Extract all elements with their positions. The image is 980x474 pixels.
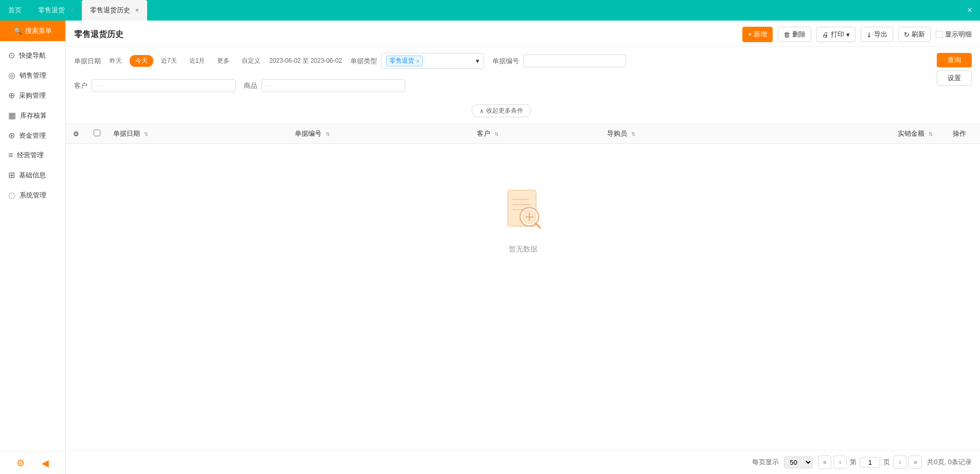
date-label: 单据日期: [74, 57, 101, 66]
sidebar-item-system-mgmt[interactable]: ◌ 系统管理: [0, 185, 65, 205]
doc-no-input[interactable]: [523, 54, 626, 67]
top-bar: 首页 零售退货 × 零售退货历史 × ×: [0, 0, 980, 21]
col-settings[interactable]: ⚙: [66, 124, 86, 144]
quick-nav-icon: ⊙: [8, 50, 15, 60]
window-close-button[interactable]: ×: [959, 0, 980, 21]
main-layout: 🔍 搜索菜单 ⊙ 快捷导航 ◎ 销售管理 ⊕ 采购管理 ▦ 库存核算 ⊛ 资金管: [0, 21, 980, 474]
print-chevron-icon: ▾: [846, 31, 850, 39]
query-button[interactable]: 查询: [937, 53, 972, 67]
doc-type-filter-item: 单据类型 零售退货 × ▾: [350, 53, 484, 69]
collapse-button[interactable]: ∧ 收起更多条件: [472, 104, 531, 117]
tab-retail-return[interactable]: 零售退货 ×: [30, 0, 82, 21]
sidebar-item-label: 销售管理: [20, 71, 46, 80]
purchase-mgmt-icon: ⊕: [8, 90, 15, 100]
col-doc-no[interactable]: 单据编号 ⇅: [289, 124, 470, 144]
filter-main: 单据日期 昨天 今天 近7天 近1月 更多 自定义 2023-06-02 至 2…: [74, 53, 929, 117]
add-button[interactable]: + 新增: [742, 27, 773, 42]
operations-mgmt-icon: ≡: [8, 151, 13, 160]
filter-row-2: 客户 ··· 商品 ···: [74, 79, 929, 92]
page-number-input[interactable]: [860, 457, 880, 468]
date-today-btn[interactable]: 今天: [130, 55, 153, 67]
search-icon: 🔍: [14, 27, 22, 35]
page-last-button[interactable]: »: [908, 455, 922, 469]
table-area: ⚙ 单据日期 ⇅ 单据编号 ⇅: [66, 124, 980, 450]
per-page-label: 每页显示: [752, 458, 779, 467]
export-button[interactable]: ⤓ 导出: [861, 27, 893, 42]
system-mgmt-icon: ◌: [8, 190, 15, 200]
sidebar-item-purchase-mgmt[interactable]: ⊕ 采购管理: [0, 85, 65, 105]
col-doc-no-label: 单据编号: [295, 130, 322, 137]
tab-home[interactable]: 首页: [0, 0, 30, 21]
sidebar-item-sales-mgmt[interactable]: ◎ 销售管理: [0, 65, 65, 85]
tab-retail-return-history[interactable]: 零售退货历史 ×: [82, 0, 147, 21]
tab-retail-return-history-label: 零售退货历史: [90, 6, 130, 15]
date-yesterday-btn[interactable]: 昨天: [105, 55, 127, 67]
date-range-display: 2023-06-02 至 2023-06-02: [269, 57, 342, 65]
display-checkbox[interactable]: [936, 31, 943, 38]
col-customer[interactable]: 客户 ⇅: [471, 124, 601, 144]
tab-bar: 首页 零售退货 × 零售退货历史 ×: [0, 0, 959, 21]
page-header: 零售退货历史 + 新增 🗑 删除 🖨 打印 ▾ ⤓ 导出: [66, 21, 980, 47]
doc-type-select[interactable]: 零售退货 × ▾: [381, 53, 484, 69]
inventory-icon: ▦: [8, 111, 16, 120]
sidebar-item-quick-nav[interactable]: ⊙ 快捷导航: [0, 45, 65, 65]
col-actual-amount-sort-icon: ⇅: [929, 131, 933, 137]
refresh-button[interactable]: ↻ 刷新: [898, 27, 931, 42]
col-guide-sort-icon: ⇅: [631, 131, 635, 137]
sidebar-search-label: 搜索菜单: [25, 26, 52, 35]
volume-bottom-icon[interactable]: ◀: [42, 458, 49, 469]
settings-bottom-icon[interactable]: ⚙: [16, 458, 25, 469]
goods-input[interactable]: ···: [261, 79, 405, 92]
table-header: ⚙ 单据日期 ⇅ 单据编号 ⇅: [66, 124, 980, 144]
data-table: ⚙ 单据日期 ⇅ 单据编号 ⇅: [66, 124, 980, 295]
col-checkbox[interactable]: [86, 124, 107, 144]
doc-no-filter-item: 单据编号: [492, 54, 626, 67]
collapse-chevron-icon: ∧: [479, 107, 484, 115]
delete-button[interactable]: 🗑 删除: [778, 27, 811, 42]
tab-retail-return-label: 零售退货: [38, 6, 65, 15]
empty-icon: [497, 185, 549, 236]
sidebar-item-label: 系统管理: [20, 191, 46, 200]
empty-text: 暂无数据: [509, 245, 538, 254]
sidebar-search-button[interactable]: 🔍 搜索菜单: [0, 21, 65, 41]
page-prev-button[interactable]: ‹: [833, 455, 847, 469]
sidebar: 🔍 搜索菜单 ⊙ 快捷导航 ◎ 销售管理 ⊕ 采购管理 ▦ 库存核算 ⊛ 资金管: [0, 21, 66, 474]
goods-label: 商品: [244, 81, 257, 90]
sidebar-item-operations-mgmt[interactable]: ≡ 经营管理: [0, 145, 65, 165]
date-custom-btn[interactable]: 自定义: [237, 55, 265, 67]
display-toggle[interactable]: 显示明细: [936, 30, 972, 39]
sidebar-item-label: 库存核算: [20, 111, 47, 120]
page-content: 零售退货历史 + 新增 🗑 删除 🖨 打印 ▾ ⤓ 导出: [66, 21, 980, 474]
sidebar-item-basic-info[interactable]: ⊞ 基础信息: [0, 165, 65, 185]
delete-icon: 🗑: [783, 31, 790, 39]
query-section: 查询 设置: [937, 53, 972, 86]
customer-input[interactable]: ···: [92, 79, 236, 92]
select-all-checkbox[interactable]: [94, 130, 100, 136]
doc-no-label: 单据编号: [492, 57, 519, 66]
tab-retail-return-close[interactable]: ×: [70, 7, 74, 14]
date-filters: 昨天 今天 近7天 近1月 更多 自定义: [105, 55, 265, 67]
date-last7-btn[interactable]: 近7天: [156, 55, 182, 67]
col-doc-date[interactable]: 单据日期 ⇅: [107, 124, 289, 144]
doc-type-tag-close[interactable]: ×: [416, 58, 419, 64]
customer-filter-item: 客户 ···: [74, 79, 236, 92]
date-last1month-btn[interactable]: 近1月: [185, 55, 210, 67]
page-first-button[interactable]: «: [818, 455, 831, 469]
col-guide[interactable]: 导购员 ⇅: [601, 124, 757, 144]
sidebar-item-inventory[interactable]: ▦ 库存核算: [0, 105, 65, 125]
print-button[interactable]: 🖨 打印 ▾: [816, 27, 856, 42]
sidebar-item-finance-mgmt[interactable]: ⊛ 资金管理: [0, 125, 65, 145]
filter-settings-button[interactable]: 设置: [937, 70, 972, 86]
col-actual-amount[interactable]: 实销金额 ⇅: [757, 124, 939, 144]
collapse-bar: ∧ 收起更多条件: [74, 104, 929, 117]
sidebar-menu: ⊙ 快捷导航 ◎ 销售管理 ⊕ 采购管理 ▦ 库存核算 ⊛ 资金管理 ≡ 经营管…: [0, 41, 65, 451]
date-more-btn[interactable]: 更多: [212, 55, 234, 67]
tab-retail-return-history-close[interactable]: ×: [135, 7, 139, 14]
per-page-select[interactable]: 50 10 20 100: [784, 457, 813, 468]
page-next-button[interactable]: ›: [893, 455, 906, 469]
page-title: 零售退货历史: [74, 29, 123, 40]
sidebar-item-label: 经营管理: [17, 151, 44, 160]
page-input-suffix: 页: [883, 458, 890, 467]
finance-mgmt-icon: ⊛: [8, 131, 15, 140]
table-settings-icon[interactable]: ⚙: [73, 130, 79, 138]
